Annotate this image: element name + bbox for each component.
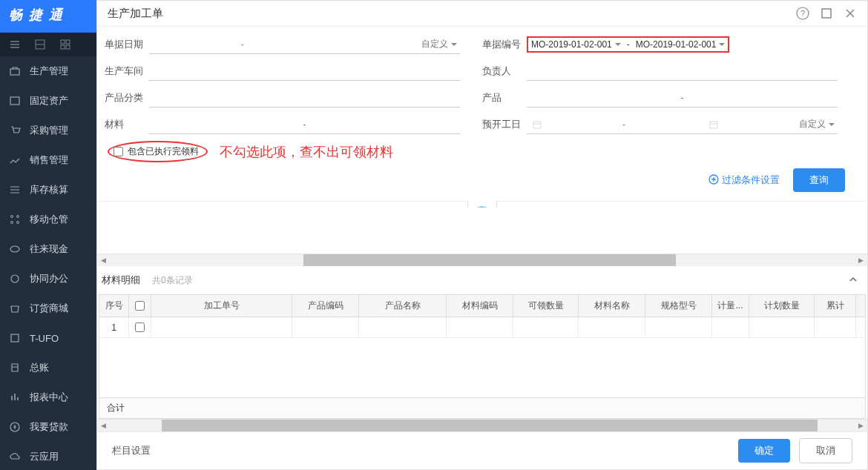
col-jhsl[interactable]: 计划数量: [749, 295, 815, 317]
scroll-right-arrow[interactable]: ▶: [855, 420, 867, 432]
maximize-icon[interactable]: [820, 7, 833, 20]
svg-point-12: [11, 275, 19, 282]
ok-button[interactable]: 确定: [738, 439, 790, 463]
plus-circle-icon: [708, 174, 719, 187]
label-product: 产品: [482, 91, 527, 105]
sidebar-item-mobile-warehouse[interactable]: 移动仓管: [0, 205, 96, 234]
table-row[interactable]: 1: [99, 317, 865, 338]
col-klsl[interactable]: 可领数量: [513, 295, 579, 317]
office-icon: [9, 273, 21, 285]
label-docno: 单据编号: [482, 38, 527, 51]
date-range-field[interactable]: - 自定义: [149, 35, 460, 54]
inventory-icon: [9, 184, 21, 196]
material-section-title: 材料明细: [102, 274, 140, 287]
sidebar-item-gl[interactable]: 总账: [0, 353, 96, 383]
scroll-right-arrow[interactable]: ▶: [855, 254, 867, 267]
svg-rect-6: [10, 97, 19, 105]
svg-rect-1: [61, 40, 65, 44]
sidebar-item-assets[interactable]: 固定资产: [0, 86, 96, 116]
dialog: 生产加工单 ? 单据日期 - 自定义 单据编号 MO-2019-01-02-00…: [96, 0, 868, 470]
material-grid: 序号 加工单号 产品编码 产品名称 材料编码 可领数量 材料名称 规格型号 计量…: [99, 294, 866, 419]
row-checkbox[interactable]: [135, 322, 145, 332]
sidebar-item-loan[interactable]: 我要贷款: [0, 412, 96, 442]
sidebar-item-inventory[interactable]: 库存核算: [0, 175, 96, 205]
product-range-field[interactable]: -: [527, 88, 838, 107]
owner-field[interactable]: [527, 62, 838, 81]
sidebar-item-purchase[interactable]: 采购管理: [0, 116, 96, 145]
assets-icon: [9, 95, 21, 107]
col-ggxh[interactable]: 规格型号: [645, 295, 712, 317]
col-cpbm[interactable]: 产品编码: [292, 295, 359, 317]
purchase-icon: [9, 125, 21, 136]
cancel-button[interactable]: 取消: [799, 438, 852, 463]
col-cpmc[interactable]: 产品名称: [359, 295, 447, 317]
cell-seq: 1: [99, 317, 129, 337]
query-button[interactable]: 查询: [793, 168, 845, 192]
order-mall-icon: [9, 302, 21, 314]
col-lj[interactable]: 累计: [815, 295, 856, 317]
app-logo: 畅 捷 通: [0, 0, 96, 33]
label-owner: 负责人: [482, 64, 527, 78]
col-jgdh[interactable]: 加工单号: [151, 295, 292, 317]
svg-point-9: [11, 222, 13, 224]
calendar-icon: [709, 120, 718, 129]
sidebar: 畅 捷 通 生产管理 固定资产 采购管理 销售管理 库存核算 移动仓管 往来现金…: [0, 0, 96, 470]
col-jl[interactable]: 计量...: [712, 295, 749, 317]
planstart-range-field[interactable]: - 自定义: [527, 115, 838, 134]
col-clbm[interactable]: 材料编码: [447, 295, 513, 317]
col-clmc[interactable]: 材料名称: [579, 295, 645, 317]
gl-icon: [9, 362, 21, 374]
label-material: 材料: [105, 118, 149, 131]
collapse-bar: ︽: [97, 201, 867, 207]
material-range-field[interactable]: -: [149, 115, 460, 134]
category-field[interactable]: [149, 88, 460, 107]
dialog-titlebar: 生产加工单 ?: [97, 1, 867, 27]
docno-to-field[interactable]: MO-2019-01-02-001: [636, 39, 726, 50]
sidebar-item-cash[interactable]: 往来现金: [0, 234, 96, 264]
svg-rect-5: [10, 69, 19, 75]
section-collapse-toggle[interactable]: [848, 274, 858, 287]
label-planstart: 预开工日: [482, 118, 527, 131]
upper-hscroll[interactable]: ◀ ▶: [97, 254, 867, 266]
svg-rect-3: [61, 45, 65, 49]
mobile-warehouse-icon: [9, 214, 21, 225]
field-settings-link[interactable]: 栏目设置: [112, 444, 151, 457]
col-checkbox[interactable]: [129, 295, 151, 317]
select-all-checkbox[interactable]: [135, 301, 145, 311]
svg-point-11: [10, 246, 19, 252]
sidebar-item-sales[interactable]: 销售管理: [0, 145, 96, 175]
workshop-field[interactable]: [149, 62, 460, 81]
sidebar-item-production[interactable]: 生产管理: [0, 56, 96, 86]
scan-icon[interactable]: [34, 39, 46, 50]
cash-icon: [9, 243, 21, 255]
sidebar-item-tufo[interactable]: T-UFO: [0, 323, 96, 353]
sidebar-item-reports[interactable]: 报表中心: [0, 383, 96, 412]
svg-rect-18: [533, 122, 541, 128]
material-section-count: 共0条记录: [152, 274, 193, 287]
sidebar-item-order-mall[interactable]: 订货商城: [0, 294, 96, 323]
chevron-down-icon: [615, 43, 621, 49]
filter-settings-link[interactable]: 过滤条件设置: [708, 173, 780, 187]
scroll-left-arrow[interactable]: ◀: [97, 420, 110, 432]
include-completed-checkbox[interactable]: [114, 147, 123, 156]
label-category: 产品分类: [105, 91, 149, 105]
sidebar-item-office[interactable]: 协同办公: [0, 264, 96, 294]
chevron-down-icon: [829, 123, 835, 129]
svg-point-7: [11, 216, 13, 218]
calendar-icon: [533, 120, 542, 129]
scroll-left-arrow[interactable]: ◀: [97, 254, 110, 267]
sidebar-toolbar: [0, 33, 96, 56]
apps-icon[interactable]: [59, 39, 71, 50]
sidebar-item-cloud[interactable]: 云应用: [0, 442, 96, 470]
docno-from-field[interactable]: MO-2019-01-02-001: [531, 39, 621, 50]
grid-hscroll[interactable]: ◀ ▶: [97, 419, 867, 431]
grid-header: 序号 加工单号 产品编码 产品名称 材料编码 可领数量 材料名称 规格型号 计量…: [99, 295, 865, 317]
upper-grid-area: [99, 208, 866, 254]
label-date: 单据日期: [105, 38, 149, 51]
chevron-down-icon: [451, 43, 457, 49]
menu-icon[interactable]: [9, 39, 21, 50]
help-icon[interactable]: ?: [796, 7, 809, 20]
dialog-title: 生产加工单: [108, 7, 786, 21]
close-icon[interactable]: [844, 7, 857, 20]
cell-checkbox[interactable]: [129, 317, 151, 337]
